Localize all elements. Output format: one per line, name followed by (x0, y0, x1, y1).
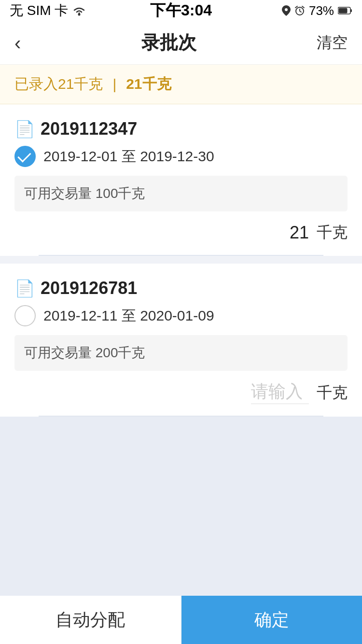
batch-date-0: 2019-12-01 至 2019-12-30 (43, 147, 214, 167)
footer: 自动分配 确定 (0, 596, 362, 644)
qty-unit-0: 千克 (317, 222, 348, 243)
carrier-text: 无 SIM 卡 (10, 1, 68, 20)
summary-recorded-label: 已录入21千克 (14, 74, 103, 94)
qty-unit-1: 千克 (317, 382, 348, 404)
qty-value-0: 21 (290, 223, 309, 243)
wifi-icon (72, 5, 86, 16)
batch-item-0: 📄 2019112347 2019-12-01 至 2019-12-30 可用交… (0, 104, 362, 256)
back-button[interactable]: ‹ (14, 33, 21, 53)
battery-text: 73% (309, 3, 334, 18)
batch-id-row-1: 📄 2019126781 (14, 278, 348, 298)
radio-0[interactable] (14, 146, 36, 167)
location-icon (282, 5, 291, 16)
svg-point-0 (78, 14, 81, 16)
qty-row-1: 千克 (0, 371, 362, 416)
item-separator (0, 256, 362, 264)
battery-icon (338, 7, 352, 14)
qty-input-1[interactable] (251, 381, 309, 404)
batch-date-row-0: 2019-12-01 至 2019-12-30 (14, 146, 348, 167)
summary-divider: | (112, 76, 116, 93)
summary-bar: 已录入21千克 | 21千克 (0, 65, 362, 104)
batch-date-1: 2019-12-11 至 2020-01-09 (43, 306, 214, 326)
radio-1[interactable] (14, 305, 36, 326)
svg-point-1 (285, 8, 288, 11)
clear-button[interactable]: 清空 (317, 32, 348, 54)
status-bar: 无 SIM 卡 下午3:04 73% (0, 0, 362, 21)
confirm-button[interactable]: 确定 (181, 596, 362, 644)
batch-id-row-0: 📄 2019112347 (14, 119, 348, 139)
svg-rect-5 (339, 8, 348, 14)
svg-rect-4 (350, 9, 352, 12)
doc-icon-0: 📄 (14, 119, 35, 139)
nav-bar: ‹ 录批次 清空 (0, 21, 362, 65)
alarm-icon (294, 5, 305, 16)
auto-distribute-button[interactable]: 自动分配 (0, 596, 181, 644)
summary-value: 21千克 (126, 74, 171, 94)
available-qty-0: 可用交易量 100千克 (14, 176, 348, 211)
batch-id-0: 2019112347 (41, 119, 137, 139)
status-right: 73% (282, 3, 352, 18)
batch-item-1: 📄 2019126781 2019-12-11 至 2020-01-09 可用交… (0, 264, 362, 417)
batch-id-1: 2019126781 (41, 278, 137, 298)
available-qty-1: 可用交易量 200千克 (14, 335, 348, 371)
doc-icon-1: 📄 (14, 279, 35, 298)
batch-date-row-1: 2019-12-11 至 2020-01-09 (14, 305, 348, 326)
status-time: 下午3:04 (150, 0, 212, 21)
page-content: 📄 2019112347 2019-12-01 至 2019-12-30 可用交… (0, 104, 362, 644)
status-left: 无 SIM 卡 (10, 1, 86, 20)
bottom-empty-area (0, 417, 362, 600)
page-title: 录批次 (141, 30, 196, 55)
qty-row-0: 21 千克 (0, 211, 362, 255)
